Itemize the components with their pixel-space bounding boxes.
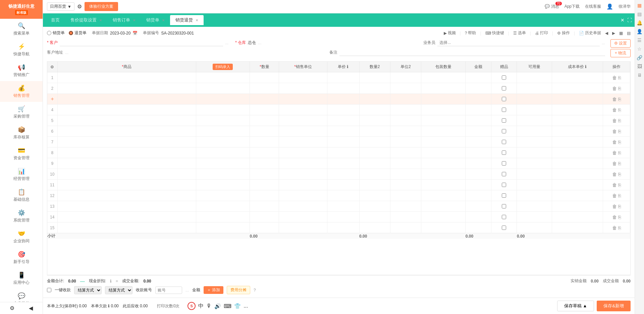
sidebar-item-sales[interactable]: 💰 销售管理 [0, 81, 43, 102]
row-amount-5[interactable] [466, 115, 491, 126]
grid2-panel-icon[interactable]: ▤ [636, 10, 644, 18]
copy-row-icon-9[interactable]: ⎘ [618, 161, 621, 166]
delete-row-icon-10[interactable]: 🗑 [612, 172, 617, 177]
product-input-4[interactable] [59, 107, 195, 112]
settings-btn[interactable]: ⚙ 设置 [610, 39, 631, 48]
row-unit2-4[interactable] [390, 105, 421, 115]
view-list-icon[interactable]: ▤ [627, 31, 631, 36]
tab-sale-order[interactable]: 销售订单✕ [107, 15, 141, 25]
row-qty2-12[interactable] [359, 190, 390, 201]
row-unit2-9[interactable] [390, 158, 421, 169]
delete-row-icon-8[interactable]: 🗑 [612, 150, 617, 155]
row-qty2-6[interactable] [359, 126, 390, 137]
sidebar-settings-icon[interactable]: ⚙ [10, 305, 14, 311]
row-amount-7[interactable] [466, 137, 491, 147]
row-price-12[interactable] [327, 190, 359, 201]
tab-close-sale-price[interactable]: ✕ [99, 18, 102, 22]
row-pkg-6[interactable] [421, 126, 465, 137]
row-cost-9[interactable] [552, 158, 603, 169]
logistics-btn[interactable]: + 物流 [610, 49, 631, 57]
row-price-8[interactable] [327, 147, 359, 158]
gift-check-11[interactable] [502, 183, 506, 187]
row-qty2-15[interactable] [359, 223, 390, 233]
maximize-icon[interactable]: ⛶ [627, 17, 632, 23]
gift-check-12[interactable] [502, 193, 506, 198]
row-unit2-7[interactable] [390, 137, 421, 147]
row-qty2-14[interactable] [359, 212, 390, 223]
row-amount-10[interactable] [466, 169, 491, 180]
sub-method-select[interactable]: 结算方式 [105, 286, 132, 294]
delete-row-icon-9[interactable]: 🗑 [612, 161, 617, 166]
bell-panel-icon[interactable]: 🔔 [636, 19, 644, 27]
row-qty2-13[interactable] [359, 201, 390, 212]
row-unit2-14[interactable] [390, 212, 421, 223]
row-available-1[interactable] [517, 72, 552, 83]
row-cost-15[interactable] [552, 223, 603, 233]
row-unit-1[interactable] [279, 72, 327, 83]
delete-row-icon-14[interactable]: 🗑 [612, 214, 617, 220]
toolbar-video[interactable]: ▶ 视频 [444, 30, 456, 36]
row-pkg-9[interactable] [421, 158, 465, 169]
sidebar-item-finance[interactable]: 💳 资金管理 [0, 143, 43, 164]
gift-check-8[interactable] [502, 150, 506, 155]
product-input-9[interactable] [59, 161, 195, 166]
row-cost-12[interactable] [552, 190, 603, 201]
notification-area[interactable]: 💬 消息 70 [545, 4, 559, 9]
add-payment-btn[interactable]: ＋ 添加 [204, 286, 223, 294]
toolbar-help[interactable]: ? 帮助 [465, 30, 476, 36]
gift-check-2[interactable] [502, 86, 506, 90]
row-pkg-3[interactable] [421, 94, 465, 105]
gift-check-15[interactable] [502, 226, 506, 230]
product-input-7[interactable] [59, 139, 195, 144]
gift-check-13[interactable] [502, 204, 506, 208]
row-unit-5[interactable] [279, 115, 327, 126]
copy-row-icon-6[interactable]: ⎘ [618, 129, 621, 134]
row-amount-13[interactable] [466, 201, 491, 212]
monitor-panel-icon[interactable]: 🖥 [636, 71, 644, 79]
history-next-icon[interactable]: ▶ [612, 31, 615, 36]
industry-dropdown[interactable]: 日用百货 ▼ [47, 2, 74, 11]
row-amount-11[interactable] [466, 180, 491, 190]
row-available-3[interactable] [517, 94, 552, 105]
row-unit-9[interactable] [279, 158, 327, 169]
tab-sale-price[interactable]: 售价提取设置✕ [65, 15, 107, 25]
sidebar-item-apps[interactable]: 📱 应用中心 [0, 268, 43, 289]
row-qty-12[interactable] [250, 190, 279, 201]
one-key-payment-check[interactable] [47, 288, 51, 292]
fee-help-icon[interactable]: ? [254, 288, 256, 293]
row-available-9[interactable] [517, 158, 552, 169]
row-product-5[interactable] [57, 115, 196, 126]
row-product-1[interactable] [57, 72, 196, 83]
row-qty-15[interactable] [250, 223, 279, 233]
row-unit2-11[interactable] [390, 180, 421, 190]
delete-row-icon-15[interactable]: 🗑 [612, 225, 617, 231]
row-price-4[interactable] [327, 105, 359, 115]
image-panel-icon[interactable]: 🖼 [636, 62, 644, 70]
row-unit-14[interactable] [279, 212, 327, 223]
row-qty-6[interactable] [250, 126, 279, 137]
row-qty-9[interactable] [250, 158, 279, 169]
gift-check-9[interactable] [502, 161, 506, 166]
row-unit-4[interactable] [279, 105, 327, 115]
product-input-14[interactable] [59, 214, 195, 219]
toolbar-print[interactable]: 🖨 打印 [535, 30, 548, 36]
list-panel-icon[interactable]: ☰ [636, 36, 644, 44]
row-qty2-9[interactable] [359, 158, 390, 169]
staff-input[interactable] [437, 39, 599, 46]
gift-check-7[interactable] [502, 140, 506, 144]
toolbar-select[interactable]: ☰ 选单 [513, 30, 526, 36]
row-price-9[interactable] [327, 158, 359, 169]
account-input[interactable] [155, 287, 182, 294]
row-qty-2[interactable] [250, 83, 279, 94]
taskbar-icon-3[interactable]: 🔊 [214, 303, 221, 309]
row-unit-3[interactable] [279, 94, 327, 105]
row-price-14[interactable] [327, 212, 359, 223]
toolbar-history[interactable]: 📄 历史单据 [579, 30, 601, 36]
row-pkg-11[interactable] [421, 180, 465, 190]
row-amount-6[interactable] [466, 126, 491, 137]
row-qty-14[interactable] [250, 212, 279, 223]
discount-help-icon[interactable]: ℹ [110, 279, 112, 284]
customer-dots[interactable]: ... [225, 41, 228, 45]
row-unit2-1[interactable] [390, 72, 421, 83]
row-unit2-10[interactable] [390, 169, 421, 180]
